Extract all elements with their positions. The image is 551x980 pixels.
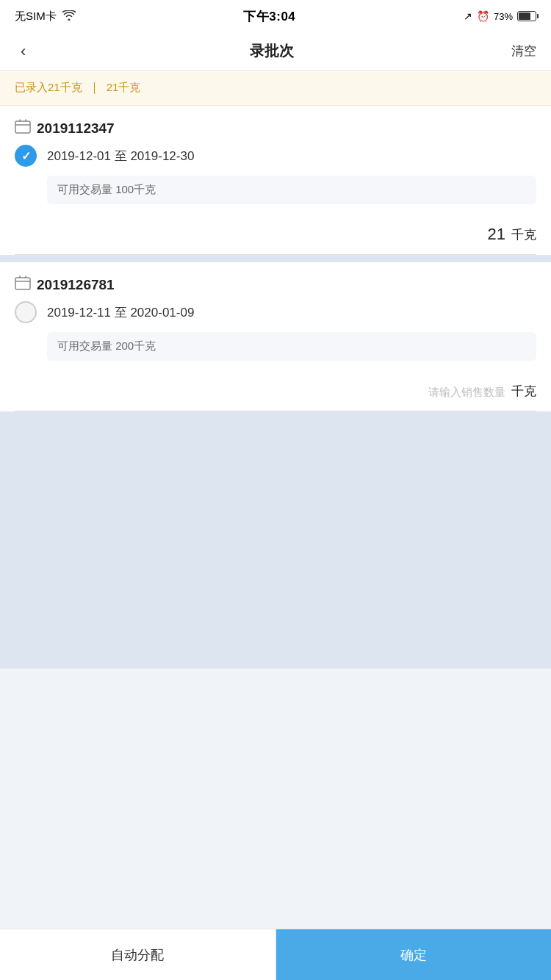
batch-2-radio[interactable] — [15, 301, 37, 323]
total-amount: 21千克 — [107, 81, 141, 95]
section-separator — [0, 255, 551, 262]
status-time: 下午3:04 — [243, 8, 295, 25]
batch-2-amount-row[interactable]: 千克 — [0, 372, 551, 411]
alarm-icon: ⏰ — [477, 10, 489, 22]
status-bar: 无SIM卡 下午3:04 ↗ ⏰ 73% — [0, 0, 551, 32]
nav-bar: ‹ 录批次 清空 — [0, 32, 551, 71]
batch-2-id: 2019126781 — [37, 277, 115, 293]
footer: 自动分配 确定 — [0, 929, 551, 980]
batch-1-amount-row: 21 千克 — [0, 216, 551, 254]
wifi-icon — [62, 10, 76, 23]
confirm-button[interactable]: 确定 — [276, 929, 552, 980]
page-title: 录批次 — [250, 41, 294, 61]
batch-2-avail: 可用交易量 200千克 — [47, 332, 536, 361]
batch-1-selection-row[interactable]: 2019-12-01 至 2019-12-30 — [15, 145, 536, 167]
batch-card-2: 2019126781 2019-12-11 至 2020-01-09 可用交易量… — [0, 262, 551, 411]
battery-icon — [517, 11, 536, 21]
status-right: ↗ ⏰ 73% — [464, 10, 536, 22]
back-button[interactable]: ‹ — [15, 39, 32, 64]
recorded-amount: 已录入21千克 — [15, 81, 82, 95]
batch-1-header: 2019112347 — [15, 119, 536, 137]
battery-percent: 73% — [494, 11, 513, 22]
empty-area — [0, 411, 551, 669]
batch-card-1: 2019112347 2019-12-01 至 2019-12-30 可用交易量… — [0, 106, 551, 255]
batch-1-amount-unit: 千克 — [511, 226, 536, 243]
batch-1-amount-value: 21 — [488, 225, 505, 244]
auto-distribute-button[interactable]: 自动分配 — [0, 929, 276, 980]
batch-2-quantity-input[interactable] — [359, 381, 505, 400]
batch-2-amount-unit: 千克 — [511, 383, 536, 400]
batch-2-icon — [15, 275, 31, 294]
batch-2-header: 2019126781 — [15, 275, 536, 294]
svg-rect-1 — [15, 278, 30, 289]
batch-1-avail: 可用交易量 100千克 — [47, 176, 536, 204]
batch-1-radio[interactable] — [15, 145, 37, 167]
batch-1-id: 2019112347 — [37, 120, 115, 137]
status-left: 无SIM卡 — [15, 10, 76, 24]
banner-divider — [94, 82, 95, 94]
batch-1-date: 2019-12-01 至 2019-12-30 — [47, 148, 194, 165]
batch-2-date: 2019-12-11 至 2020-01-09 — [47, 304, 194, 321]
carrier-label: 无SIM卡 — [15, 10, 57, 24]
clear-button[interactable]: 清空 — [511, 43, 536, 60]
batch-2-selection-row[interactable]: 2019-12-11 至 2020-01-09 — [15, 301, 536, 323]
batch-1-icon — [15, 119, 31, 137]
location-icon: ↗ — [464, 10, 472, 22]
info-banner: 已录入21千克 21千克 — [0, 71, 551, 106]
svg-rect-0 — [15, 121, 30, 133]
